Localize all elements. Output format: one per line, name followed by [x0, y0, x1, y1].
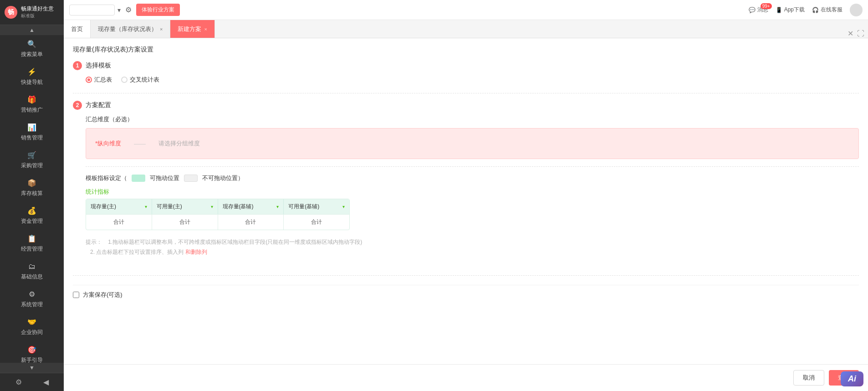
sidebar-item-label: 系统管理 — [21, 301, 43, 309]
tab-home[interactable]: 首页 — [64, 20, 91, 38]
app-logo-icon: 畅 — [5, 6, 17, 19]
online-service-label: 在线客服 — [821, 6, 842, 14]
col-header-3[interactable]: 可用量(基辅) ▾ — [284, 199, 349, 214]
user-avatar[interactable] — [850, 4, 863, 16]
finance-icon: 💰 — [27, 206, 36, 216]
tab-inventory-status[interactable]: 现存量（库存状况表） × — [91, 20, 170, 38]
step1-content: 汇总表 交叉统计表 — [73, 76, 859, 84]
sidebar-item-label: 基础信息 — [21, 273, 43, 281]
radio-summary-table[interactable]: 汇总表 — [86, 76, 112, 84]
divider-2 — [86, 166, 859, 167]
online-service-icon: 🎧 — [812, 7, 819, 13]
indicator-settings: 模板指标设定（ 可拖动位置 不可拖动位置） — [86, 174, 859, 182]
tab-new-plan-close-icon[interactable]: × — [204, 26, 207, 32]
sidebar-nav: 🔍 搜索菜单 ⚡ 快捷导航 🎁 营销推广 📊 销售管理 🛒 采购管理 📦 库存核… — [0, 35, 64, 363]
sidebar-item-label: 企业协同 — [21, 329, 43, 336]
sidebar-item-label: 经营管理 — [21, 245, 43, 253]
cooperation-icon: 🤝 — [27, 318, 36, 327]
sidebar-scroll-down[interactable]: ▼ — [0, 363, 64, 373]
sidebar-item-finance[interactable]: 💰 资金管理 — [0, 202, 64, 230]
window-close-icon[interactable]: ✕ — [848, 29, 853, 38]
main-wrap: ▾ ⚙ 体验行业方案 💬 消息 99+ 📱 App下载 🎧 在线客服 — [64, 0, 868, 391]
col-dropdown-2[interactable]: ▾ — [276, 204, 279, 209]
fixed-badge — [184, 175, 198, 182]
sidebar-item-system[interactable]: ⚙ 系统管理 — [0, 285, 64, 313]
window-expand-icon[interactable]: ⛶ — [857, 30, 864, 38]
tab-inventory-close-icon[interactable]: × — [160, 26, 163, 32]
draggable-label: 可拖动位置 — [150, 174, 179, 182]
sidebar-scroll-up[interactable]: ▲ — [0, 25, 64, 35]
col-header-3-label: 可用量(基辅) — [288, 203, 319, 211]
step1-number: 1 — [73, 61, 82, 70]
col-header-2-label: 现存量(基辅) — [223, 203, 254, 211]
sidebar-item-label: 库存核算 — [21, 190, 43, 197]
footer-buttons: 取消 查询 — [64, 364, 868, 391]
cancel-button[interactable]: 取消 — [793, 370, 824, 386]
tab-new-plan-label: 新建方案 — [178, 25, 201, 33]
message-badge: 99+ — [761, 3, 772, 9]
step2-number: 2 — [73, 101, 82, 110]
sidebar-item-quick-nav[interactable]: ⚡ 快捷导航 — [0, 63, 64, 91]
radio-summary-circle — [86, 77, 92, 83]
sidebar-item-label: 采购管理 — [21, 162, 43, 170]
dimension-dash: —— — [134, 140, 146, 147]
tab-new-plan[interactable]: 新建方案 × — [170, 20, 214, 38]
sidebar-item-operation[interactable]: 📋 经营管理 — [0, 230, 64, 257]
app-download-icon: 📱 — [776, 7, 782, 13]
col-dropdown-0[interactable]: ▾ — [145, 204, 147, 209]
page-content: 现存量(库存状况表)方案设置 1 选择模板 汇总表 交叉统计 — [64, 38, 868, 391]
search-dropdown-button[interactable]: ▾ — [117, 6, 121, 14]
sidebar-item-marketing[interactable]: 🎁 营销推广 — [0, 91, 64, 118]
sidebar-item-label: 新手引导 — [21, 356, 43, 363]
sidebar-item-new-guide[interactable]: 🎯 新手引导 — [0, 341, 64, 363]
sidebar-item-sales[interactable]: 📊 销售管理 — [0, 118, 64, 146]
step2-header: 2 方案配置 — [73, 101, 859, 110]
step2-section: 2 方案配置 汇总维度（必选） *纵向维度 —— 请选择分组维度 — [73, 101, 859, 257]
quick-nav-icon: ⚡ — [27, 67, 36, 77]
search-input[interactable] — [69, 5, 115, 15]
trial-button[interactable]: 体验行业方案 — [136, 4, 180, 16]
sidebar-item-cooperation[interactable]: 🤝 企业协同 — [0, 313, 64, 341]
dimension-placeholder[interactable]: 请选择分组维度 — [158, 139, 200, 148]
system-icon: ⚙ — [27, 290, 36, 299]
sidebar-item-label: 快捷导航 — [21, 78, 43, 86]
col-cell-2: 合计 — [218, 215, 284, 230]
col-header-1[interactable]: 可用量(主) ▾ — [152, 199, 218, 214]
tab-inventory-label: 现存量（库存状况表） — [98, 25, 157, 33]
sidebar-item-label: 搜索菜单 — [21, 51, 43, 58]
message-icon: 💬 — [749, 7, 756, 13]
step2-title: 方案配置 — [86, 101, 111, 109]
required-field-label: *纵向维度 — [95, 139, 121, 148]
sidebar-item-purchase[interactable]: 🛒 采购管理 — [0, 146, 64, 174]
sidebar-item-search[interactable]: 🔍 搜索菜单 — [0, 35, 64, 63]
sidebar-item-basic-info[interactable]: 🗂 基础信息 — [0, 257, 64, 285]
purchase-icon: 🛒 — [27, 151, 36, 160]
save-option: 方案保存(可选) — [73, 285, 859, 304]
step1-title: 选择模板 — [86, 62, 111, 70]
app-download-button[interactable]: 📱 App下载 — [776, 6, 805, 14]
radio-cross-table[interactable]: 交叉统计表 — [121, 76, 159, 84]
col-header-0[interactable]: 现存量(主) ▾ — [86, 199, 152, 214]
indicator-settings-label: 模板指标设定（ — [86, 174, 127, 182]
sidebar-item-inventory[interactable]: 📦 库存核算 — [0, 174, 64, 202]
col-dropdown-1[interactable]: ▾ — [211, 204, 213, 209]
col-header-2[interactable]: 现存量(基辅) ▾ — [218, 199, 284, 214]
sidebar-item-label: 营销推广 — [21, 106, 43, 114]
online-service-button[interactable]: 🎧 在线客服 — [812, 6, 842, 14]
message-button[interactable]: 💬 消息 99+ — [749, 6, 768, 14]
sidebar: 畅 畅康通好生意 标准版 ▲ 🔍 搜索菜单 ⚡ 快捷导航 🎁 营销推广 📊 销售… — [0, 0, 64, 391]
sidebar-item-label: 销售管理 — [21, 134, 43, 142]
tips-section: 提示： 1.拖动标题栏可以调整布局，不可跨维度或指标区域拖动栏目字段(只能在同一… — [86, 237, 859, 257]
stats-table-row: 合计 合计 合计 合计 — [86, 214, 349, 230]
tips-title: 提示： 1.拖动标题栏可以调整布局，不可跨维度或指标区域拖动栏目字段(只能在同一… — [86, 237, 859, 247]
settings-button[interactable]: ⚙ — [125, 5, 132, 14]
sidebar-bottom: ⚙ ◀ — [0, 373, 64, 391]
settings-icon[interactable]: ⚙ — [15, 378, 22, 386]
avatar-placeholder — [850, 4, 863, 16]
save-checkbox[interactable] — [73, 292, 79, 298]
sales-icon: 📊 — [27, 123, 36, 132]
ai-badge[interactable]: Ai — [841, 371, 863, 386]
collapse-icon[interactable]: ◀ — [43, 378, 49, 386]
col-dropdown-3[interactable]: ▾ — [342, 204, 345, 209]
step1-section: 1 选择模板 汇总表 交叉统计表 — [73, 61, 859, 84]
